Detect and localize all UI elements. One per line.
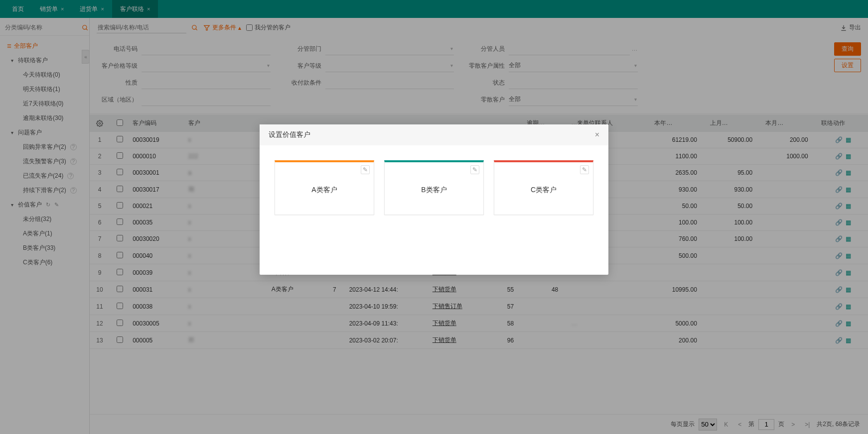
- edit-icon[interactable]: ✎: [361, 165, 370, 174]
- card-a-customers[interactable]: ✎ A类客户: [275, 160, 374, 215]
- card-c-customers[interactable]: ✎ C类客户: [494, 160, 593, 215]
- modal-set-value-customers: 设置价值客户 × ✎ A类客户 ✎ B类客户 ✎ C类客户: [260, 124, 608, 275]
- edit-icon[interactable]: ✎: [580, 165, 589, 174]
- modal-title: 设置价值客户: [269, 130, 310, 139]
- modal-overlay[interactable]: 设置价值客户 × ✎ A类客户 ✎ B类客户 ✎ C类客户: [0, 0, 868, 434]
- edit-icon[interactable]: ✎: [470, 165, 479, 174]
- card-b-customers[interactable]: ✎ B类客户: [384, 160, 484, 215]
- close-icon[interactable]: ×: [595, 130, 599, 139]
